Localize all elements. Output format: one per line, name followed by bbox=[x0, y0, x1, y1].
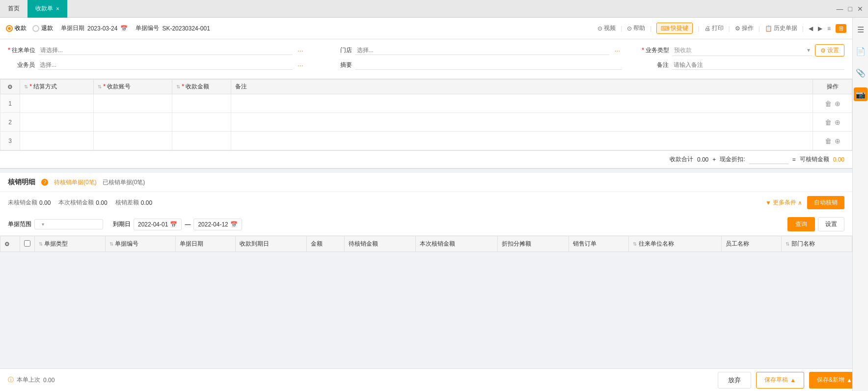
receipt-table: ⚙ ⇅ * 结算方式 ⇅ * 收款账号 ⇅ bbox=[0, 79, 852, 150]
shortcut-icon: ⌨ bbox=[661, 25, 669, 32]
row-1-delete-icon[interactable]: 🗑 bbox=[825, 100, 832, 108]
save-draft-label: 保存草稿 bbox=[764, 376, 788, 384]
gear-icon-2[interactable]: ⚙ bbox=[4, 241, 10, 248]
plus-sign: + bbox=[712, 156, 716, 163]
window-close-icon[interactable]: ✕ bbox=[857, 5, 863, 13]
remark-input[interactable] bbox=[672, 60, 844, 70]
table-row: 1 🗑 ⊕ bbox=[0, 94, 852, 113]
radio-refund[interactable]: 退款 bbox=[32, 24, 53, 32]
row-settle-3[interactable] bbox=[20, 132, 94, 150]
tab-home[interactable]: 首页 bbox=[0, 0, 27, 18]
net-label: 可核销金额 bbox=[800, 155, 829, 164]
biz-type-arrow: ▾ bbox=[807, 47, 810, 54]
writeoff-table-container: ⚙ ⇅ 单据类型 ⇅ 单据编号 bbox=[0, 236, 852, 252]
range-label: 单据范围 bbox=[8, 220, 31, 228]
row-settle-1[interactable] bbox=[20, 94, 94, 113]
row-3-delete-icon[interactable]: 🗑 bbox=[825, 137, 832, 145]
row-remark-3[interactable] bbox=[231, 132, 813, 150]
history-action[interactable]: 📋 历史单据 bbox=[765, 24, 797, 32]
info-icon-2[interactable]: ⓘ bbox=[8, 376, 14, 384]
store-more-btn[interactable]: ··· bbox=[612, 47, 622, 55]
table-row: 2 🗑 ⊕ bbox=[0, 113, 852, 132]
prev-value: 0.00 bbox=[43, 377, 54, 384]
done-tab[interactable]: 已核销单据(0笔) bbox=[103, 178, 145, 187]
grid-icon[interactable]: ⊞ bbox=[836, 24, 846, 33]
discount-input[interactable] bbox=[749, 155, 788, 164]
store-field: 门店 ··· bbox=[325, 46, 623, 55]
row-account-1[interactable] bbox=[94, 94, 172, 113]
date-separator: — bbox=[185, 221, 190, 228]
sidebar-attachment-icon[interactable]: 📎 bbox=[854, 66, 868, 80]
staff-more-btn[interactable]: ··· bbox=[296, 61, 305, 69]
row-1-copy-icon[interactable]: ⊕ bbox=[835, 100, 841, 108]
tab-close-icon[interactable]: × bbox=[56, 5, 59, 12]
cal-to-icon[interactable]: 📅 bbox=[230, 221, 238, 228]
counterpart-label: * 往来单位 bbox=[8, 46, 35, 55]
row-amount-1[interactable] bbox=[172, 94, 231, 113]
info-icon[interactable]: ? bbox=[41, 179, 48, 186]
date-from-input[interactable]: 2022-04-01 📅 bbox=[134, 219, 182, 230]
window-minimize-icon[interactable]: — bbox=[837, 5, 843, 13]
calendar-icon[interactable]: 📅 bbox=[120, 25, 128, 32]
shortcut-label: 快捷键 bbox=[671, 24, 688, 32]
auto-writeoff-button[interactable]: 自动核销 bbox=[807, 196, 844, 209]
row-1-actions: 🗑 ⊕ bbox=[817, 100, 848, 108]
prev-action[interactable]: ◀ bbox=[809, 25, 813, 32]
counterpart-input[interactable] bbox=[38, 46, 293, 55]
table-row: 3 🗑 ⊕ bbox=[0, 132, 852, 150]
store-input[interactable] bbox=[355, 46, 610, 55]
shortcut-action[interactable]: ⌨ 快捷键 bbox=[656, 23, 693, 34]
save-new-arrow[interactable]: ▲ bbox=[846, 377, 852, 384]
print-icon: 🖨 bbox=[705, 25, 710, 32]
settings-button[interactable]: ⚙ 设置 bbox=[815, 44, 844, 56]
save-draft-button[interactable]: 保存草稿 ▲ bbox=[756, 372, 804, 389]
print-action[interactable]: 🖨 打印 bbox=[705, 24, 724, 32]
query-button[interactable]: 查询 bbox=[787, 217, 815, 231]
row-amount-3[interactable] bbox=[172, 132, 231, 150]
sidebar-table-icon[interactable]: ☰ bbox=[854, 23, 868, 36]
toolbar: 收款 退款 单据日期 2023-03-24 📅 单据编号 SK-20230324… bbox=[0, 18, 852, 39]
toolbar-actions: ⊙ 视频 | ⊙ 帮助 | ⌨ 快捷键 | 🖨 打印 | bbox=[597, 23, 846, 34]
row-account-3[interactable] bbox=[94, 132, 172, 150]
row-remark-1[interactable] bbox=[231, 94, 813, 113]
current-label: 本次核销金额 bbox=[58, 198, 94, 207]
sidebar-doc-icon[interactable]: 📄 bbox=[854, 44, 868, 58]
row-2-delete-icon[interactable]: 🗑 bbox=[825, 118, 832, 126]
row-amount-2[interactable] bbox=[172, 113, 231, 132]
cal-from-icon[interactable]: 📅 bbox=[170, 221, 177, 228]
settings-label: 设置 bbox=[827, 46, 839, 55]
biz-type-select[interactable]: 预收款 ▾ bbox=[672, 45, 812, 56]
range-select[interactable]: ▾ bbox=[34, 219, 103, 229]
help-action[interactable]: ⊙ 帮助 bbox=[627, 24, 645, 32]
save-draft-arrow[interactable]: ▲ bbox=[790, 377, 796, 384]
row-3-copy-icon[interactable]: ⊕ bbox=[835, 137, 841, 145]
window-maximize-icon[interactable]: □ bbox=[848, 5, 852, 13]
pending-tab[interactable]: 待核销单据(0笔) bbox=[54, 178, 97, 187]
row-2-copy-icon[interactable]: ⊕ bbox=[835, 118, 841, 126]
row-num-1: 1 bbox=[0, 94, 20, 113]
radio-receipt[interactable]: 收款 bbox=[6, 24, 27, 32]
number-value: SK-20230324-001 bbox=[162, 25, 210, 32]
summary-input[interactable] bbox=[355, 60, 623, 70]
filter-row: 单据范围 ▾ 到期日 2022-04-01 📅 — 2022-04-12 bbox=[0, 213, 852, 236]
date-to-value: 2022-04-12 bbox=[198, 221, 228, 228]
staff-input[interactable] bbox=[38, 60, 293, 70]
video-action[interactable]: ⊙ 视频 bbox=[597, 24, 616, 32]
operate-action[interactable]: ⚙ 操作 bbox=[735, 24, 754, 32]
gear-icon[interactable]: ⚙ bbox=[7, 84, 13, 90]
date-to-input[interactable]: 2022-04-12 📅 bbox=[193, 219, 242, 230]
more-conditions-btn[interactable]: ▼ 更多条件 ∧ bbox=[765, 198, 802, 207]
abandon-button[interactable]: 放弃 bbox=[718, 372, 751, 389]
filter-settings-button[interactable]: 设置 bbox=[818, 217, 844, 231]
counterpart-more-btn[interactable]: ··· bbox=[296, 47, 305, 55]
row-account-2[interactable] bbox=[94, 113, 172, 132]
sidebar-camera-icon[interactable]: 📷 bbox=[854, 87, 868, 101]
next-action[interactable]: ▶ bbox=[818, 25, 822, 32]
list-icon[interactable]: ≡ bbox=[827, 25, 831, 32]
select-all-checkbox[interactable] bbox=[24, 240, 30, 247]
row-remark-2[interactable] bbox=[231, 113, 813, 132]
main-content: 收款 退款 单据日期 2023-03-24 📅 单据编号 SK-20230324… bbox=[0, 18, 852, 391]
row-settle-2[interactable] bbox=[20, 113, 94, 132]
tab-receipt[interactable]: 收款单 × bbox=[27, 0, 67, 18]
staff-label: 业务员 bbox=[8, 61, 35, 69]
